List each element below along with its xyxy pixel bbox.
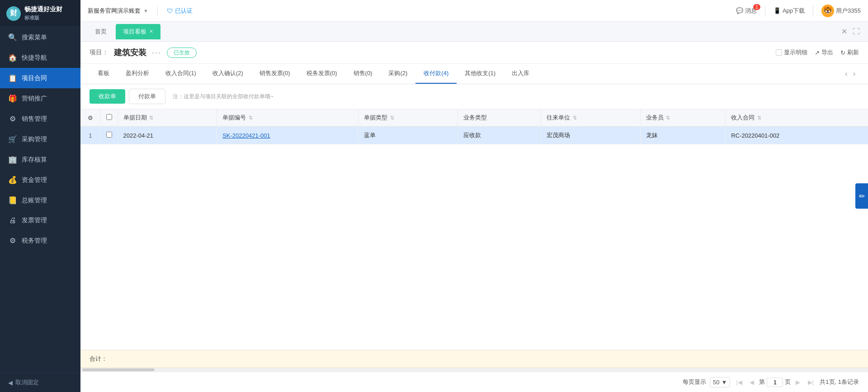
page-header-actions: 显示明细 ↗ 导出 ↻ 刷新: [776, 48, 859, 57]
th-number[interactable]: 单据编号 ⇅: [217, 109, 359, 127]
first-page-button[interactable]: |◀: [734, 377, 745, 387]
pagination: 每页显示 50 ▼ |◀ ◀ 第 页 ▶ ▶| 共1页, 1条记录: [80, 372, 868, 392]
payments-button[interactable]: 付款单: [129, 89, 165, 104]
scroll-thumb[interactable]: [82, 368, 155, 371]
total-row: 合计：: [80, 350, 868, 368]
per-page-label: 每页显示: [683, 378, 706, 386]
sidebar-unpin[interactable]: ◀ 取消固定: [0, 373, 80, 392]
gift-icon: 🎁: [8, 94, 17, 103]
dropdown-icon: ▼: [143, 8, 148, 14]
sub-tab-prev-icon[interactable]: ‹: [843, 68, 849, 80]
td-number[interactable]: SK-20220421-001: [217, 127, 359, 144]
sidebar-item-project[interactable]: 📋 项目合同: [0, 68, 80, 88]
sub-tab-income-contract[interactable]: 收入合同(1): [157, 64, 204, 84]
row-checkbox[interactable]: [106, 132, 112, 138]
th-partner[interactable]: 往来单位 ⇅: [541, 109, 641, 127]
project-name: 新服务官网演示账套: [88, 7, 141, 15]
cart-icon: 🛒: [8, 135, 17, 143]
search-icon: 🔍: [8, 33, 17, 42]
sidebar-item-nav[interactable]: 🏠 快捷导航: [0, 48, 80, 68]
th-contract[interactable]: 收入合同 ⇅: [726, 109, 868, 127]
td-contract: RC-20220401-002: [726, 127, 868, 144]
next-page-button[interactable]: ▶: [793, 377, 803, 387]
sidebar-item-tax[interactable]: ⚙ 税务管理: [0, 230, 80, 251]
sort-type-icon: ⇅: [390, 115, 394, 120]
sub-tab-sales-invoice[interactable]: 销售发票(0): [251, 64, 298, 84]
td-partner: 宏茂商场: [541, 127, 641, 144]
sub-tab-tax-invoice[interactable]: 税务发票(0): [298, 64, 345, 84]
sub-tab-income-confirm[interactable]: 收入确认(2): [204, 64, 251, 84]
content-area: 首页 项目看板 ✕ ✕ ⛶ 项目： 建筑安装 ··· 已生效 显示明细: [80, 22, 868, 392]
export-button[interactable]: ↗ 导出: [815, 48, 833, 57]
data-table: ⚙ 单据日期 ⇅ 单据编号 ⇅: [80, 109, 868, 144]
page-header: 项目： 建筑安装 ··· 已生效 显示明细 ↗ 导出 ↻ 刷新: [80, 42, 868, 64]
sidebar-logo: 财 畅捷通好业财 标准版: [0, 0, 80, 27]
horizontal-scrollbar[interactable]: [80, 368, 868, 372]
topbar: 新服务官网演示账套 ▼ 🛡 已认证 💬 消息 1 📱 App下载 🐯 用户335…: [80, 0, 868, 22]
shield-icon: 🛡: [167, 7, 173, 14]
sidebar-item-search[interactable]: 🔍 搜索菜单: [0, 27, 80, 48]
th-date[interactable]: 单据日期 ⇅: [118, 109, 217, 127]
message-badge: 1: [753, 4, 760, 10]
phone-icon: 📱: [774, 7, 781, 14]
sub-tab-purchase[interactable]: 采购(2): [380, 64, 415, 84]
sidebar-item-marketing[interactable]: 🎁 营销推广: [0, 88, 80, 109]
tab-controls: ✕ ⛶: [840, 26, 861, 37]
sidebar-logo-text: 畅捷通好业财 标准版: [24, 5, 62, 21]
table-header-row: ⚙ 单据日期 ⇅ 单据编号 ⇅: [80, 109, 868, 127]
topbar-separator2: [813, 5, 813, 16]
export-icon: ↗: [815, 49, 820, 56]
sidebar-item-purchase[interactable]: 🛒 采购管理: [0, 129, 80, 149]
sort-partner-icon: ⇅: [573, 115, 577, 120]
app-download-button[interactable]: 📱 App下载: [774, 7, 805, 15]
certified-badge: 🛡 已认证: [167, 7, 193, 15]
user-profile[interactable]: 🐯 用户3355: [821, 5, 861, 17]
refresh-icon: ↻: [840, 49, 845, 56]
prev-page-button[interactable]: ◀: [746, 377, 757, 387]
sub-tab-warehouse[interactable]: 出入库: [504, 64, 538, 84]
per-page-select[interactable]: 50 ▼: [710, 377, 730, 387]
message-button[interactable]: 💬 消息 1: [736, 7, 757, 15]
th-biz-type: 业务类型: [458, 109, 541, 127]
tab-home[interactable]: 首页: [88, 24, 114, 39]
sidebar-item-invoice[interactable]: 🖨 发票管理: [0, 210, 80, 230]
page-input[interactable]: [767, 378, 783, 387]
invoice-icon: 🖨: [8, 216, 17, 225]
close-window-button[interactable]: ✕: [840, 26, 848, 37]
th-settings[interactable]: ⚙: [80, 109, 100, 127]
tab-close-icon[interactable]: ✕: [149, 29, 153, 34]
tax-icon: ⚙: [8, 236, 17, 245]
project-selector[interactable]: 新服务官网演示账套 ▼: [88, 7, 148, 15]
sub-tab-other[interactable]: 其他收支(1): [457, 64, 504, 84]
tab-project-board[interactable]: 项目看板 ✕: [116, 24, 160, 39]
more-actions-button[interactable]: ···: [152, 48, 161, 57]
td-check[interactable]: [100, 127, 118, 144]
receipts-button[interactable]: 收款单: [90, 89, 125, 104]
sub-tab-next-icon[interactable]: ›: [851, 68, 857, 80]
show-detail-checkbox[interactable]: 显示明细: [776, 48, 807, 57]
topbar-divider: [157, 6, 158, 15]
select-all-checkbox[interactable]: [106, 114, 112, 120]
side-action-button[interactable]: ✏: [855, 183, 868, 209]
sidebar-item-ledger[interactable]: 📒 总账管理: [0, 190, 80, 210]
sidebar-item-sales[interactable]: ⚙ 销售管理: [0, 109, 80, 129]
total-info: 共1页, 1条记录: [820, 378, 859, 386]
sub-tab-sales[interactable]: 销售(0): [345, 64, 381, 84]
checkbox-icon: [776, 49, 782, 56]
td-type: 蓝单: [359, 127, 458, 144]
maximize-button[interactable]: ⛶: [852, 27, 861, 37]
sub-tab-profit[interactable]: 盈利分析: [118, 64, 157, 84]
refresh-button[interactable]: ↻ 刷新: [840, 48, 859, 57]
sub-tab-kanban[interactable]: 看板: [90, 64, 118, 84]
avatar: 🐯: [821, 5, 834, 17]
sidebar-item-inventory[interactable]: 🏢 库存核算: [0, 149, 80, 170]
th-salesperson[interactable]: 业务员 ⇅: [640, 109, 725, 127]
table-row[interactable]: 1 2022-04-21 SK-20220421-001 蓝单 应收款 宏茂商场…: [80, 127, 868, 144]
th-checkbox[interactable]: [100, 109, 118, 127]
th-type[interactable]: 单据类型 ⇅: [359, 109, 458, 127]
sub-tabs: 看板 盈利分析 收入合同(1) 收入确认(2) 销售发票(0) 税务发票(0) …: [80, 64, 868, 84]
last-page-button[interactable]: ▶|: [805, 377, 816, 387]
sidebar-item-finance[interactable]: 💰 资金管理: [0, 170, 80, 190]
sub-tab-receipts[interactable]: 收付款(4): [415, 64, 457, 84]
page-suffix: 页: [785, 378, 791, 386]
